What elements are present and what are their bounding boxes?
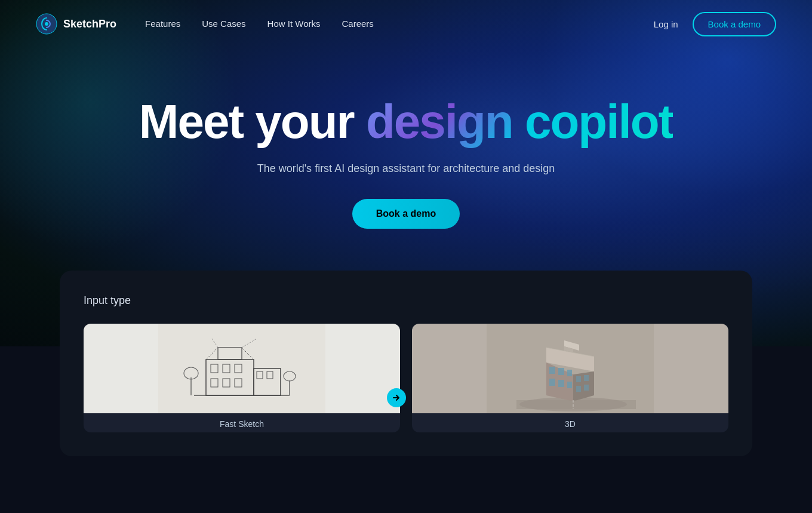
svg-rect-37 [584,385,589,391]
cards-container: Fast Sketch [84,324,728,432]
arrow-button[interactable] [387,388,406,407]
brand-name: SketchPro [63,18,116,30]
card-fast-sketch[interactable]: Fast Sketch [84,324,400,432]
logo-link[interactable]: SketchPro [36,13,116,35]
svg-rect-36 [576,386,581,392]
nav-link-usecases[interactable]: Use Cases [202,19,245,29]
nav-links: Features Use Cases How It Works Careers [145,19,374,29]
book-demo-button-hero[interactable]: Book a demo [352,199,460,229]
input-type-section: Input type [60,271,752,456]
nav-right: Log in Book a demo [654,12,776,36]
svg-rect-41 [516,400,636,409]
nav-item-howitworks[interactable]: How It Works [267,19,321,29]
nav-item-features[interactable]: Features [145,19,180,29]
arrow-right-icon [392,393,401,403]
navbar: SketchPro Features Use Cases How It Work… [0,0,812,48]
input-type-label: Input type [84,294,728,307]
logo-icon [36,13,57,35]
svg-rect-30 [567,370,572,376]
3d-illustration [412,324,728,413]
sketch-illustration [84,324,400,413]
cards-row: Fast Sketch [84,324,728,432]
nav-link-howitworks[interactable]: How It Works [267,19,321,29]
nav-item-usecases[interactable]: Use Cases [202,19,245,29]
card-3d-label: 3D [412,413,728,432]
hero-section: Meet your design copilot The world's fir… [0,48,812,265]
svg-rect-29 [558,368,564,375]
nav-left: SketchPro Features Use Cases How It Work… [36,13,374,35]
svg-rect-28 [549,367,555,374]
hero-title-teal: copilot [525,95,673,148]
svg-rect-32 [558,380,564,387]
book-demo-button-nav[interactable]: Book a demo [693,12,776,36]
svg-rect-34 [576,376,581,382]
hero-title-copilot: copilot [513,95,673,148]
hero-title: Meet your design copilot [12,96,800,148]
hero-subtitle: The world's first AI design assistant fo… [12,162,800,175]
card-3d-image [412,324,728,413]
nav-item-careers[interactable]: Careers [342,19,374,29]
card-sketch-image [84,324,400,413]
svg-rect-33 [567,382,572,388]
login-button[interactable]: Log in [654,19,678,29]
svg-point-1 [45,22,48,26]
nav-link-careers[interactable]: Careers [342,19,374,29]
card-sketch-label: Fast Sketch [84,413,400,432]
nav-link-features[interactable]: Features [145,19,180,29]
svg-rect-31 [549,379,555,386]
svg-rect-35 [584,375,589,381]
card-3d[interactable]: 3D [412,324,728,432]
hero-title-colored: design [366,95,513,148]
hero-title-plain: Meet your [139,95,366,148]
